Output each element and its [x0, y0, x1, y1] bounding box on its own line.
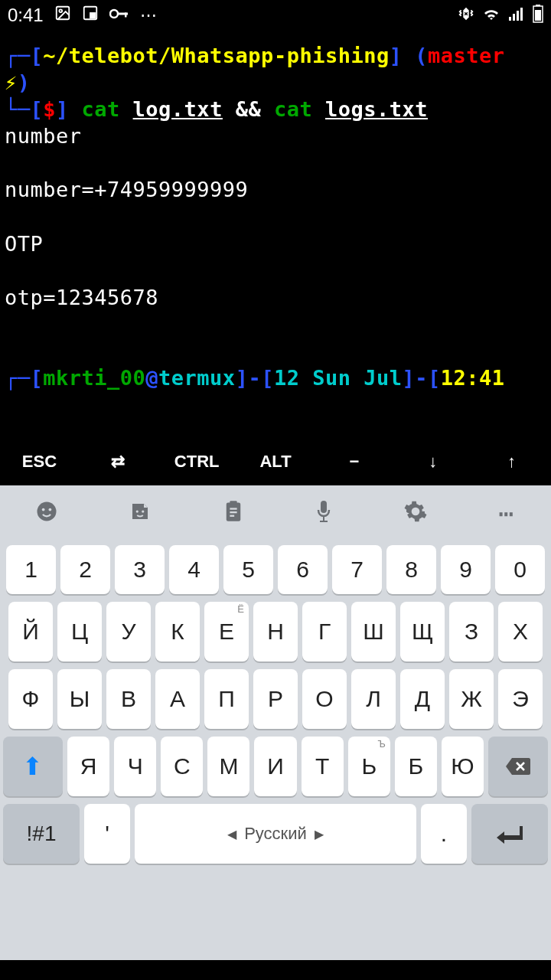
key-9[interactable]: 9 — [441, 545, 491, 594]
key-1[interactable]: 1 — [6, 545, 56, 594]
shift-key[interactable]: ⬆ — [3, 737, 63, 796]
apostrophe-key[interactable]: ' — [84, 804, 130, 864]
space-label: Русский — [244, 824, 307, 844]
key-4[interactable]: 4 — [169, 545, 219, 594]
space-key[interactable]: ◀ Русский ▶ — [135, 804, 416, 864]
bottom-row: !#1 ' ◀ Русский ▶ . — [3, 804, 548, 864]
key-letter[interactable]: Ц — [57, 602, 102, 662]
key-letter[interactable]: У — [106, 602, 151, 662]
key-7[interactable]: 7 — [332, 545, 382, 594]
key-letter[interactable]: ЬЪ — [348, 737, 390, 796]
key-8[interactable]: 8 — [386, 545, 436, 594]
letter-row-1: Й Ц У К ЕЁ Н Г Ш Щ З Х — [3, 602, 548, 662]
alt-key[interactable]: ALT — [236, 452, 315, 472]
key-letter[interactable]: С — [161, 737, 203, 796]
more-icon: ⋯ — [140, 5, 158, 25]
letter-row-3: ⬆ Я Ч С М И Т ЬЪ Б Ю — [3, 737, 548, 796]
clipboard-icon[interactable] — [223, 500, 244, 528]
key-6[interactable]: 6 — [278, 545, 328, 594]
svg-rect-22 — [230, 511, 236, 513]
key-letter[interactable]: ЕЁ — [204, 602, 249, 662]
key-letter[interactable]: В — [106, 669, 151, 729]
svg-point-15 — [42, 508, 45, 511]
key-letter[interactable]: Щ — [400, 602, 445, 662]
backspace-key[interactable] — [488, 737, 548, 796]
number-row: 1 2 3 4 5 6 7 8 9 0 — [3, 545, 548, 594]
emoji-icon[interactable] — [35, 500, 58, 528]
key-letter[interactable]: Ш — [351, 602, 396, 662]
ctrl-key[interactable]: CTRL — [158, 452, 236, 472]
key-letter[interactable]: Ы — [57, 669, 102, 729]
letter-row-2: Ф Ы В А П Р О Л Д Ж Э — [3, 669, 548, 729]
status-bar: 0:41 ⋯ — [0, 0, 551, 31]
wifi-icon — [482, 6, 500, 25]
key-5[interactable]: 5 — [223, 545, 273, 594]
key-letter[interactable]: Э — [498, 669, 543, 729]
key-3[interactable]: 3 — [115, 545, 165, 594]
key-letter[interactable]: Б — [395, 737, 437, 796]
key-letter[interactable]: Ю — [442, 737, 484, 796]
svg-rect-21 — [230, 508, 236, 509]
output-line — [5, 149, 546, 176]
sticker-icon[interactable] — [129, 500, 152, 528]
key-letter[interactable]: Р — [253, 669, 298, 729]
mic-icon[interactable] — [315, 499, 333, 529]
svg-rect-20 — [230, 501, 236, 505]
keyboard-toolbar: ⋯ — [0, 485, 551, 542]
period-key[interactable]: . — [421, 804, 467, 864]
key-icon — [109, 5, 129, 25]
key-letter[interactable]: А — [155, 669, 200, 729]
prev-lang-icon: ◀ — [227, 827, 236, 841]
output-line — [5, 204, 546, 230]
key-letter[interactable]: Я — [67, 737, 109, 796]
next-lang-icon: ▶ — [315, 827, 324, 841]
key-letter[interactable]: О — [302, 669, 347, 729]
down-key[interactable]: ↓ — [393, 452, 472, 472]
svg-point-17 — [136, 510, 139, 512]
image-icon — [54, 5, 71, 26]
terminal-output[interactable]: ┌─[~/telebot/Whatsapp-phishing] (master … — [0, 31, 551, 403]
key-letter[interactable]: Л — [351, 669, 396, 729]
key-letter[interactable]: Й — [8, 602, 53, 662]
tab-key[interactable]: ⇄ — [79, 452, 158, 472]
key-letter[interactable]: Н — [253, 602, 298, 662]
svg-rect-9 — [517, 11, 519, 21]
signal-icon — [508, 6, 525, 25]
svg-rect-23 — [230, 514, 234, 516]
pip-icon — [82, 5, 99, 26]
settings-icon[interactable] — [403, 499, 428, 529]
svg-rect-10 — [520, 8, 523, 21]
command-line: └─[$] cat log.txt && cat logs.txt — [5, 96, 546, 122]
minus-key[interactable]: − — [315, 452, 393, 472]
key-letter[interactable]: Ф — [8, 669, 53, 729]
output-line — [5, 338, 546, 364]
key-letter[interactable]: Т — [302, 737, 344, 796]
soft-keyboard: ⋯ 1 2 3 4 5 6 7 8 9 0 Й Ц У К ЕЁ Н Г Ш Щ… — [0, 485, 551, 960]
output-line: number — [5, 122, 546, 149]
key-letter[interactable]: Ч — [114, 737, 156, 796]
key-letter[interactable]: З — [449, 602, 494, 662]
enter-key[interactable] — [471, 804, 548, 864]
termux-extra-keys: ESC ⇄ CTRL ALT − ↓ ↑ — [0, 438, 551, 485]
esc-key[interactable]: ESC — [0, 452, 79, 472]
more-icon[interactable]: ⋯ — [499, 499, 516, 528]
svg-rect-3 — [90, 13, 95, 18]
key-letter[interactable]: Х — [498, 602, 543, 662]
key-letter[interactable]: М — [207, 737, 249, 796]
key-2[interactable]: 2 — [60, 545, 110, 594]
key-letter[interactable]: П — [204, 669, 249, 729]
key-letter[interactable]: Г — [302, 602, 347, 662]
key-0[interactable]: 0 — [495, 545, 545, 594]
shift-icon: ⬆ — [22, 752, 43, 781]
battery-icon — [533, 5, 543, 27]
key-letter[interactable]: Д — [400, 669, 445, 729]
up-key[interactable]: ↑ — [472, 452, 551, 472]
symbols-key[interactable]: !#1 — [3, 804, 80, 864]
output-line: OTP — [5, 230, 546, 257]
svg-point-18 — [142, 510, 145, 512]
key-letter[interactable]: Ж — [449, 669, 494, 729]
svg-point-27 — [412, 508, 419, 514]
key-letter[interactable]: К — [155, 602, 200, 662]
svg-rect-8 — [513, 14, 515, 21]
key-letter[interactable]: И — [254, 737, 296, 796]
